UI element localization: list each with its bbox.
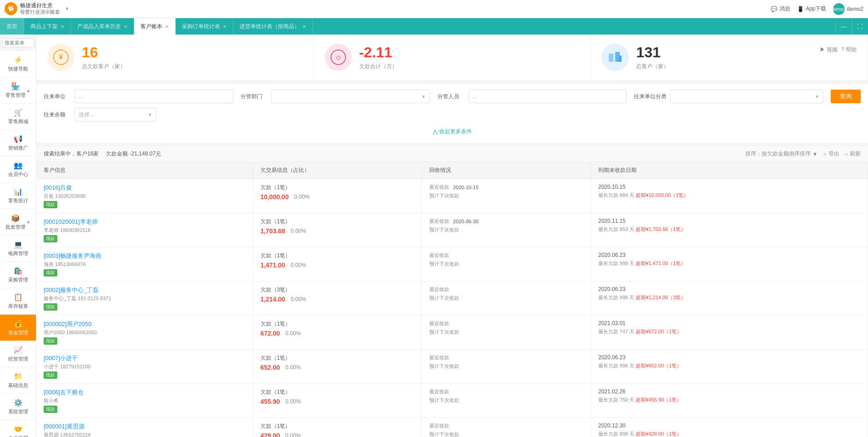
tab-product-offline-close[interactable]: ✕ [60, 24, 64, 29]
person-input[interactable]: ... [468, 90, 627, 103]
customer-name-7[interactable]: [000001]黄思源 [44, 422, 246, 431]
customer-name-0[interactable]: [0016]吕俊 [44, 184, 246, 192]
overdue-link-1[interactable]: 超期¥1,703.68（1笔） [636, 226, 686, 232]
debt-amount-0[interactable]: 10,000.00 [261, 193, 289, 201]
tab-home[interactable]: 首页 [0, 18, 24, 35]
search-button[interactable]: 查询 [831, 90, 861, 103]
sidebar-item-retail-mall-label: 零售商城 [8, 118, 28, 125]
customer-name-1[interactable]: [0001020001]李老师 [44, 218, 246, 226]
debt-amount-7[interactable]: 429.00 [261, 432, 280, 437]
user-area[interactable]: demo2 demo2 [833, 3, 863, 15]
tab-minimize-btn[interactable]: — [835, 18, 852, 35]
video-label: 视频 [827, 46, 838, 53]
sidebar-item-operation[interactable]: 📈 经营管理 [0, 341, 36, 367]
sort-dropdown[interactable]: 排序：按欠款金额倒序排序 ▼ [745, 150, 818, 158]
tab-maximize-btn[interactable]: ⛶ [852, 18, 868, 35]
stat-label-customers: 总欠款客户（家） [82, 63, 125, 70]
table-row: [000002]用户2050 用户2050 18665062050 现款 欠款（… [36, 316, 868, 350]
export-label: 导出 [828, 150, 839, 158]
tab-product-offline-label: 商品上下架 [30, 23, 58, 30]
export-btn[interactable]: ○ 导出 [823, 150, 839, 158]
tab-inbound-stats-close[interactable]: ✕ [302, 24, 306, 29]
customer-name-2[interactable]: [0003]畅捷服务尹海燕 [44, 252, 246, 260]
due-date-5: 2020.06.23 [598, 354, 860, 361]
tab-inbound-stats-label: 进货单统计表（按商品） [240, 23, 300, 30]
table-head: 客户信息 欠交易信息（占比） 回收情况 到期未收款日期 [36, 162, 868, 179]
recovery-label-6: 最近收款 [429, 388, 449, 395]
sidebar-item-marketing[interactable]: 📢 营销推广 [0, 130, 36, 156]
tab-inbound-stats[interactable]: 进货单统计表（按商品） ✕ [233, 18, 313, 35]
tab-customer-account-close[interactable]: ✕ [165, 24, 169, 29]
help-icon: ? [841, 46, 844, 53]
sidebar-item-system[interactable]: ⚙️ 系统管理 [0, 394, 36, 420]
overdue-link-7[interactable]: 超期¥429.00（1笔） [636, 431, 682, 437]
customer-name-6[interactable]: [0006]去下粮仓 [44, 388, 246, 397]
app-download-btn[interactable]: 📱 App下载 [797, 5, 826, 13]
customer-cell-3: [0002]服务中心_丁磊 服务中心_丁磊 181 0125 8371 现款 [36, 281, 253, 316]
debt-amount-2[interactable]: 1,471.00 [261, 261, 286, 269]
sidebar-item-quick-nav[interactable]: ⚡ 快捷导航 [0, 51, 36, 77]
due-date-6: 2021.02.26 [598, 388, 860, 395]
customer-tag-1: 现款 [44, 235, 57, 242]
customer-name-5[interactable]: [0007]小进干 [44, 354, 246, 362]
stat-card-debt: ◇ -2.11 欠款合计（万） [314, 35, 591, 80]
sidebar-search-area[interactable] [0, 35, 36, 51]
overdue-link-5[interactable]: 超期¥652.00（1笔） [636, 363, 682, 368]
dept-select[interactable]: ▼ [271, 90, 430, 103]
data-table: 客户信息 欠交易信息（占比） 回收情况 到期未收款日期 [0016]吕俊 吕俊 … [36, 162, 868, 437]
sidebar-item-enterprise-coop[interactable]: 🤝 企业协同 [0, 420, 36, 437]
sidebar-item-retail-mgmt[interactable]: 🏪 零售管理 ▲ [0, 77, 36, 104]
recovery-label-1: 最近收款 [429, 218, 449, 225]
tab-production-history[interactable]: 产成品入库单历史 ✕ [71, 18, 134, 35]
debt-amount-6[interactable]: 455.90 [261, 398, 280, 405]
due-date-7: 2020.12.30 [598, 422, 860, 429]
logo-dropdown-icon[interactable]: ▼ [65, 6, 70, 11]
tab-purchase-order-close[interactable]: ✕ [223, 24, 226, 29]
debt-amount-3[interactable]: 1,214.00 [261, 296, 286, 303]
refresh-btn[interactable]: ○ 刷新 [845, 150, 861, 158]
video-action-btn[interactable]: ▶ 视频 [820, 46, 838, 54]
customer-name-4[interactable]: [000002]用户2050 [44, 320, 246, 328]
tab-customer-account[interactable]: 客户账本 ✕ [134, 18, 176, 35]
overdue-link-0[interactable]: 超期¥10,000.00（1笔） [636, 192, 688, 198]
top-right-area: 💬 消息 📱 App下载 demo2 demo2 [771, 3, 863, 15]
sidebar-item-retail-mall[interactable]: 🛒 零售商城 [0, 104, 36, 130]
message-btn[interactable]: 💬 消息 [771, 5, 790, 13]
collapse-row[interactable]: ⋀ 收起更多条件 [44, 126, 861, 137]
export-icon: ○ [823, 151, 827, 157]
recovery-label-3: 最近收款 [429, 286, 449, 293]
debt-amount-4[interactable]: 672.00 [261, 330, 280, 337]
customer-name-3[interactable]: [0002]服务中心_丁磊 [44, 286, 246, 294]
logo-icon: 畅 [5, 2, 17, 15]
tab-purchase-order[interactable]: 采购订单统计表 ✕ [176, 18, 233, 35]
sidebar-item-retail-stats[interactable]: 📊 零售统计 [0, 183, 36, 209]
from-unit-input[interactable]: ... [75, 90, 233, 103]
sidebar-item-inventory[interactable]: 📋 库存核算 [0, 288, 36, 315]
debt-amount-5[interactable]: 652.00 [261, 364, 280, 371]
overdue-link-4[interactable]: 超期¥672.00（1笔） [636, 329, 682, 334]
tab-production-history-close[interactable]: ✕ [124, 24, 127, 29]
balance-select[interactable]: 选择... ▼ [75, 108, 156, 121]
sidebar-item-ecommerce[interactable]: 💻 电商管理 [0, 236, 36, 262]
debt-count-7: 欠款（1笔） [261, 422, 415, 430]
sidebar-search-input[interactable] [2, 38, 34, 47]
debt-amount-text: 欠款金额 -21,148.07元 [106, 150, 161, 158]
debt-count-4: 欠款（1笔） [261, 320, 415, 328]
debt-amount-1[interactable]: 1,703.68 [261, 227, 286, 235]
sidebar-item-member[interactable]: 👥 会员中心 [0, 156, 36, 183]
overdue-link-3[interactable]: 超期¥1,214.00（3笔） [636, 295, 686, 300]
collapse-chevron-icon: ⋀ [433, 129, 437, 135]
sidebar-item-purchase-mgmt[interactable]: 🛍️ 采购管理 [0, 262, 36, 288]
help-action-btn[interactable]: ? 帮助 [841, 46, 857, 54]
tab-product-offline[interactable]: 商品上下架 ✕ [24, 18, 71, 35]
sidebar-item-purchase-mgmt-label: 采购管理 [8, 276, 28, 283]
person-label: 分管人员 [437, 93, 465, 100]
tab-home-label: 首页 [6, 23, 17, 30]
overdue-link-6[interactable]: 超期¥455.90（1笔） [636, 397, 682, 402]
sidebar-item-wholesale-mgmt[interactable]: 📦 批发管理 ▼ [0, 209, 36, 236]
unit-category-select[interactable]: ▼ [670, 90, 823, 103]
table-row: [0003]畅捷服务尹海燕 海燕 18513066976 现款 欠款（1笔） 1… [36, 247, 868, 281]
overdue-link-2[interactable]: 超期¥1,471.00（1笔） [636, 261, 686, 266]
sidebar-item-finance[interactable]: 💰 资金管理 [0, 315, 36, 341]
sidebar-item-basic-info[interactable]: 📁 基础信息 [0, 367, 36, 394]
